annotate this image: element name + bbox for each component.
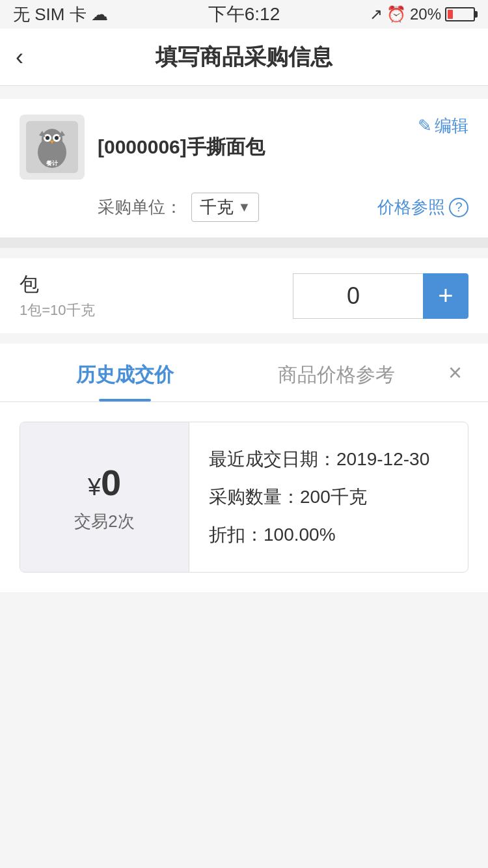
chevron-down-icon: ▼	[237, 200, 251, 215]
quantity-plus-button[interactable]: +	[423, 273, 468, 319]
unit-select-button[interactable]: 千克 ▼	[191, 193, 259, 222]
tab-close-button[interactable]: ×	[442, 346, 468, 400]
product-unit-row: 采购单位： 千克 ▼ 价格参照 ?	[20, 193, 468, 222]
unit-section: 采购单位： 千克 ▼	[98, 193, 259, 222]
battery-icon	[445, 7, 475, 21]
status-bar: 无 SIM 卡 ☁ 下午6:12 ↗ ⏰ 20%	[0, 0, 488, 29]
product-info-left: 餐计 [0000006]手撕面包	[20, 115, 265, 180]
status-time: 下午6:12	[208, 2, 280, 27]
history-right-panel: 最近成交日期：2019-12-30 采购数量：200千克 折扣：100.00%	[189, 422, 468, 572]
battery-percent: 20%	[410, 5, 441, 23]
svg-text:餐计: 餐计	[46, 160, 59, 167]
currency-symbol: ¥	[88, 474, 101, 500]
product-thumbnail: 餐计	[20, 115, 85, 180]
nav-bar: ‹ 填写商品采购信息	[0, 29, 488, 86]
history-price: ¥0	[88, 461, 121, 504]
alarm-icon: ⏰	[386, 5, 406, 23]
history-discount-row: 折扣：100.00%	[209, 521, 448, 549]
product-header: 餐计 [0000006]手撕面包 ✎ 编辑	[20, 115, 468, 180]
divider	[0, 237, 488, 248]
location-icon: ↗	[370, 5, 383, 23]
svg-point-6	[55, 136, 59, 140]
quantity-label-wrap: 包 1包=10千克	[20, 271, 95, 320]
quantity-input[interactable]	[293, 273, 423, 319]
tab-history-price[interactable]: 历史成交价	[20, 344, 230, 401]
quantity-row: 包 1包=10千克 +	[0, 258, 488, 333]
history-card: ¥0 交易2次 最近成交日期：2019-12-30 采购数量：200千克 折扣：…	[20, 422, 468, 573]
back-button[interactable]: ‹	[16, 44, 23, 71]
history-left-panel: ¥0 交易2次	[20, 422, 189, 572]
tabs-header: 历史成交价 商品价格参考 ×	[0, 344, 488, 402]
price-ref-button[interactable]: 价格参照 ?	[377, 196, 468, 219]
quantity-input-wrap: +	[293, 273, 468, 319]
package-conversion: 1包=10千克	[20, 301, 95, 320]
product-card: 餐计 [0000006]手撕面包 ✎ 编辑 采购单位： 千克 ▼ 价格参照 ?	[0, 99, 488, 237]
history-qty-row: 采购数量：200千克	[209, 483, 448, 511]
status-right: ↗ ⏰ 20%	[370, 5, 475, 23]
history-date-row: 最近成交日期：2019-12-30	[209, 446, 448, 473]
tab-content: ¥0 交易2次 最近成交日期：2019-12-30 采购数量：200千克 折扣：…	[0, 402, 488, 592]
tab-price-ref[interactable]: 商品价格参考	[230, 344, 441, 401]
product-image: 餐计	[26, 121, 78, 173]
unit-label: 采购单位：	[98, 197, 182, 217]
edit-icon: ✎	[418, 116, 432, 136]
history-trade-count: 交易2次	[74, 510, 134, 533]
tabs-container: 历史成交价 商品价格参考 × ¥0 交易2次 最近成交日期：2019-12-30…	[0, 344, 488, 592]
info-icon: ?	[449, 198, 468, 217]
page-title: 填写商品采购信息	[156, 42, 332, 72]
svg-point-5	[46, 136, 49, 140]
package-label: 包	[20, 271, 95, 298]
product-name: [0000006]手撕面包	[98, 133, 265, 161]
status-signal: 无 SIM 卡 ☁	[13, 3, 108, 26]
edit-button[interactable]: ✎ 编辑	[418, 115, 468, 137]
